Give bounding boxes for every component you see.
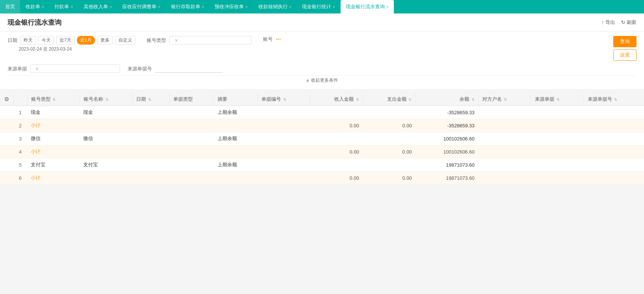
date-btn-custom[interactable]: 自定义	[115, 36, 135, 45]
th-doc-number-label: 单据编号	[261, 96, 281, 102]
table-row: 5支付宝支付宝上期余额19871073.60	[0, 158, 644, 172]
nav-tab-yingshou[interactable]: 应收应付调整单 ×	[117, 0, 165, 13]
th-counterparty-label: 对方户名	[482, 96, 502, 102]
row-income	[310, 106, 363, 119]
row-doc-number	[257, 172, 310, 185]
row-summary	[214, 145, 258, 158]
row-date	[132, 145, 169, 158]
close-icon-qita[interactable]: ×	[110, 4, 112, 9]
row-date	[132, 106, 169, 119]
source-doc-label: 来源单据	[8, 66, 27, 72]
row-source-doc-num	[584, 132, 644, 145]
sort-icon-counterparty: ⇅	[504, 97, 507, 101]
row-date	[132, 132, 169, 145]
nav-tab-yushou[interactable]: 预收冲应收单 ×	[209, 0, 253, 13]
row-account-name: 微信	[80, 132, 132, 145]
th-income[interactable]: 收入金额 ⇅	[310, 93, 363, 106]
sort-icon-expense: ⇅	[408, 97, 411, 101]
nav-tab-fukuan[interactable]: 付款单 ×	[49, 0, 78, 13]
close-icon-liushui[interactable]: ×	[386, 4, 389, 9]
row-account-name: 支付宝	[80, 158, 132, 172]
th-account-type-label: 账号类型	[31, 96, 51, 102]
row-number: 6	[14, 172, 27, 185]
account-more-icon[interactable]: ···	[276, 36, 281, 43]
row-date	[132, 158, 169, 172]
source-doc-num-label: 来源单据号	[128, 66, 152, 72]
row-account-name	[80, 172, 132, 185]
close-icon-fukuan[interactable]: ×	[71, 4, 73, 9]
sort-icon-date: ⇅	[148, 97, 151, 101]
nav-tab-tongji[interactable]: 现金银行统计 ×	[297, 0, 340, 13]
date-btn-7days[interactable]: 近7天	[56, 36, 75, 45]
date-btn-1month[interactable]: 近1月	[77, 36, 95, 45]
sort-icon-source-doc-num: ⇅	[614, 97, 617, 101]
row-counterparty	[478, 172, 531, 185]
th-source-doc[interactable]: 来源单据 ⇅	[531, 93, 584, 106]
sort-icon-doc-number: ⇅	[283, 97, 286, 101]
source-doc-num-input[interactable]	[155, 65, 222, 73]
nav-tab-shoukuan[interactable]: 收款单 ×	[20, 0, 49, 13]
nav-tab-yinhang[interactable]: 银行存取款单 ×	[166, 0, 209, 13]
th-account-type[interactable]: 账号类型 ⇅	[27, 93, 80, 106]
query-button[interactable]: 查询	[613, 36, 636, 47]
collapse-button[interactable]: ∧ 收起更多条件	[8, 75, 636, 85]
row-income	[310, 158, 363, 172]
date-btn-today[interactable]: 今天	[38, 36, 54, 45]
gear-icon[interactable]: ⚙	[4, 96, 9, 102]
page-title: 现金银行流水查询	[8, 18, 62, 27]
sort-icon-income: ⇅	[356, 97, 359, 101]
close-icon-shoukuan[interactable]: ×	[42, 4, 44, 9]
date-btn-yesterday[interactable]: 昨天	[20, 36, 36, 45]
date-options: 昨天 今天 近7天 近1月 更多 自定义	[20, 36, 135, 45]
row-doc-number	[257, 132, 310, 145]
row-doc-number	[257, 119, 310, 132]
th-income-label: 收入金额	[334, 96, 354, 102]
sort-icon-balance: ⇅	[471, 97, 474, 101]
nav-tab-hexiao[interactable]: 收款核销执行 ×	[253, 0, 297, 13]
close-icon-tongji[interactable]: ×	[333, 4, 335, 9]
th-doc-number[interactable]: 单据编号 ⇅	[257, 93, 310, 106]
row-source-doc	[531, 132, 584, 145]
row-counterparty	[478, 132, 531, 145]
source-doc-select[interactable]: ∨	[30, 64, 120, 73]
export-button[interactable]: ↑ 导出	[602, 19, 615, 26]
th-expense[interactable]: 支出金额 ⇅	[363, 93, 415, 106]
th-expense-label: 支出金额	[387, 96, 407, 102]
settings-button[interactable]: 设置	[613, 49, 636, 61]
th-balance[interactable]: 余额 ⇅	[416, 93, 478, 106]
row-number: 4	[14, 145, 27, 158]
nav-tab-qita[interactable]: 其他收入单 ×	[78, 0, 117, 13]
row-account-name	[80, 145, 132, 158]
close-icon-yushou[interactable]: ×	[245, 4, 248, 9]
nav-home[interactable]: 首页	[0, 0, 20, 13]
refresh-icon: ↻	[621, 19, 625, 25]
date-btn-more[interactable]: 更多	[97, 36, 113, 45]
row-gear-cell	[0, 145, 14, 158]
th-source-doc-num[interactable]: 来源单据号 ⇅	[584, 93, 644, 106]
nav-tab-liushui[interactable]: 现金银行流水查询 ×	[341, 0, 394, 13]
chevron-down-icon: ∨	[175, 38, 178, 43]
export-icon: ↑	[602, 19, 604, 25]
row-date	[132, 172, 169, 185]
close-icon-yingshou[interactable]: ×	[158, 4, 160, 9]
row-doc-type	[169, 132, 213, 145]
row-balance: 100102606.60	[416, 132, 478, 145]
data-table-container: ⚙ 账号类型 ⇅ 账号名称 ⇅ 日期 ⇅ 单据类型	[0, 93, 644, 185]
row-source-doc	[531, 172, 584, 185]
row-counterparty	[478, 106, 531, 119]
close-icon-hexiao[interactable]: ×	[289, 4, 291, 9]
th-date[interactable]: 日期 ⇅	[132, 93, 169, 106]
close-icon-yinhang[interactable]: ×	[202, 4, 204, 9]
th-account-name[interactable]: 账号名称 ⇅	[80, 93, 132, 106]
refresh-button[interactable]: ↻ 刷新	[621, 19, 636, 26]
row-source-doc	[531, 145, 584, 158]
th-counterparty[interactable]: 对方户名 ⇅	[478, 93, 531, 106]
row-summary	[214, 119, 258, 132]
row-source-doc	[531, 158, 584, 172]
row-account-type: 支付宝	[27, 158, 80, 172]
row-number: 5	[14, 158, 27, 172]
row-account-type: 小计	[27, 145, 80, 158]
row-source-doc-num	[584, 106, 644, 119]
account-type-select[interactable]: ∨	[169, 36, 252, 45]
row-gear-cell	[0, 119, 14, 132]
